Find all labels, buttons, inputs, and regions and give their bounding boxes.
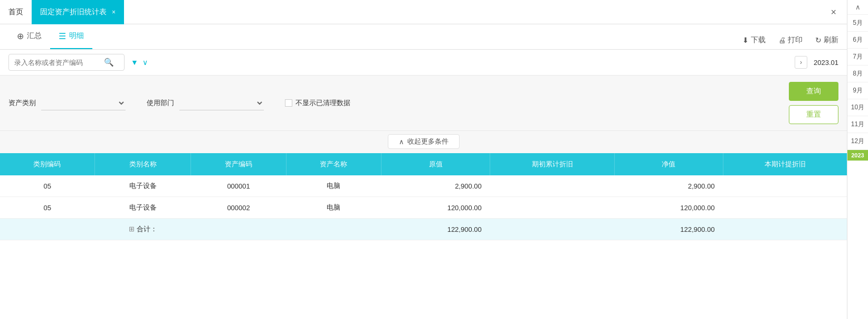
sidebar-month-11[interactable]: 11月 <box>847 116 868 133</box>
table-cell: 120,000.00 <box>381 197 490 219</box>
table-cell <box>723 197 847 219</box>
main-tab-label: 固定资产折旧统计表 <box>40 7 107 17</box>
col-beginning-depreciation: 期初累计折旧 <box>490 153 615 175</box>
download-icon: ⬇ <box>742 36 749 44</box>
table-cell <box>723 175 847 197</box>
home-tab[interactable]: 首页 <box>8 7 32 17</box>
download-button[interactable]: ⬇ 下载 <box>742 35 766 45</box>
search-bar: 🔍 ▼ ∨ › 2023.01 <box>0 50 847 76</box>
window-close-button[interactable]: × <box>820 0 847 24</box>
table-cell: 电脑 <box>286 175 381 197</box>
refresh-button[interactable]: ↻ 刷新 <box>815 35 838 45</box>
date-range-label: 2023.01 <box>814 59 838 67</box>
data-table-wrap: 类别编码 类别名称 资产编码 资产名称 原值 期初累计折旧 净值 本期计提折旧 … <box>0 153 847 319</box>
table-row: 05电子设备000002电脑120,000.00120,000.00 <box>0 197 847 219</box>
col-asset-code: 资产编码 <box>191 153 286 175</box>
total-row: ⊞合计：122,900.00122,900.00 <box>0 219 847 240</box>
search-input-wrap: 🔍 <box>8 54 125 71</box>
sidebar-month-7[interactable]: 7月 <box>847 49 868 65</box>
col-original-value: 原值 <box>381 153 490 175</box>
table-cell: 电子设备 <box>94 175 191 197</box>
col-category-code: 类别编码 <box>0 153 94 175</box>
table-body: 05电子设备000001电脑2,900.002,900.0005电子设备0000… <box>0 175 847 240</box>
table-cell: 05 <box>0 197 94 219</box>
table-cell: 000001 <box>191 175 286 197</box>
table-cell: 05 <box>0 175 94 197</box>
main-tab[interactable]: 固定资产折旧统计表 × <box>32 0 124 24</box>
search-input[interactable] <box>14 59 104 67</box>
collapse-right-button[interactable]: › <box>795 56 807 69</box>
sidebar-month-9[interactable]: 9月 <box>847 82 868 99</box>
total-cell <box>0 219 94 240</box>
query-button[interactable]: 查询 <box>789 82 838 101</box>
collapse-more-section: ∧ 收起更多条件 <box>0 131 847 153</box>
tab-actions: ⬇ 下载 🖨 打印 ↻ 刷新 <box>742 35 838 49</box>
tab-summary-label: 汇总 <box>27 31 42 41</box>
sidebar-month-5[interactable]: 5月 <box>847 15 868 32</box>
asset-category-select[interactable] <box>41 96 126 110</box>
download-label: 下载 <box>751 35 766 45</box>
summary-icon: ⊕ <box>17 31 24 41</box>
table-header-row: 类别编码 类别名称 资产编码 资产名称 原值 期初累计折旧 净值 本期计提折旧 <box>0 153 847 175</box>
table-cell: 电脑 <box>286 197 381 219</box>
table-row: 05电子设备000001电脑2,900.002,900.00 <box>0 175 847 197</box>
total-cell: ⊞合计： <box>94 219 191 240</box>
table-cell: 000002 <box>191 197 286 219</box>
top-nav: 首页 固定资产折旧统计表 × × <box>0 0 847 24</box>
asset-category-label: 资产类别 <box>8 98 36 108</box>
total-cell <box>723 219 847 240</box>
table-cell: 2,900.00 <box>614 175 723 197</box>
print-icon: 🖨 <box>778 36 786 44</box>
tab-summary[interactable]: ⊕ 汇总 <box>8 24 50 49</box>
sidebar-month-12[interactable]: 12月 <box>847 133 868 150</box>
col-asset-name: 资产名称 <box>286 153 381 175</box>
detail-icon: ☰ <box>59 31 66 41</box>
refresh-label: 刷新 <box>824 35 838 45</box>
tab-detail[interactable]: ☰ 明细 <box>50 24 92 49</box>
chevron-down-icon: ∨ <box>142 58 148 67</box>
print-label: 打印 <box>788 35 803 45</box>
total-cell <box>286 219 381 240</box>
reset-button[interactable]: 重置 <box>789 105 838 124</box>
sidebar-arrow-up[interactable]: ∧ <box>847 0 868 15</box>
sidebar-month-6[interactable]: 6月 <box>847 32 868 49</box>
table-cell <box>490 175 615 197</box>
right-sidebar: ∧ 5月 6月 7月 8月 9月 10月 11月 12月 2023 <box>847 0 868 319</box>
no-cleared-checkbox[interactable] <box>285 99 292 107</box>
data-table: 类别编码 类别名称 资产编码 资产名称 原值 期初累计折旧 净值 本期计提折旧 … <box>0 153 847 240</box>
refresh-icon: ↻ <box>815 36 822 44</box>
print-button[interactable]: 🖨 打印 <box>778 35 803 45</box>
table-cell: 120,000.00 <box>614 197 723 219</box>
department-label: 使用部门 <box>147 98 174 108</box>
col-current-depreciation: 本期计提折旧 <box>723 153 847 175</box>
col-category-name: 类别名称 <box>94 153 191 175</box>
total-cell <box>490 219 615 240</box>
total-cell: 122,900.00 <box>614 219 723 240</box>
col-net-value: 净值 <box>614 153 723 175</box>
collapse-more-button[interactable]: ∧ 收起更多条件 <box>388 134 460 149</box>
asset-category-group: 资产类别 <box>8 96 126 110</box>
no-cleared-group: 不显示已清理数据 <box>285 98 350 108</box>
filter-row: 资产类别 使用部门 不显示已清理数据 查询 重置 <box>0 76 847 131</box>
tab-bar: ⊕ 汇总 ☰ 明细 ⬇ 下载 🖨 打印 ↻ 刷新 <box>0 24 847 50</box>
search-icon[interactable]: 🔍 <box>104 58 114 67</box>
collapse-icon: ∧ <box>399 138 404 146</box>
filter-actions: 查询 重置 <box>789 82 838 124</box>
department-select[interactable] <box>179 96 264 110</box>
table-cell <box>490 197 615 219</box>
sidebar-year-badge[interactable]: 2023 <box>847 150 868 161</box>
filter-icon: ▼ <box>131 58 138 67</box>
department-group: 使用部门 <box>147 96 264 110</box>
collapse-more-label: 收起更多条件 <box>407 137 449 146</box>
total-cell: 122,900.00 <box>381 219 490 240</box>
total-cell <box>191 219 286 240</box>
sidebar-month-10[interactable]: 10月 <box>847 99 868 116</box>
table-cell: 电子设备 <box>94 197 191 219</box>
more-conditions-button[interactable]: ▼ ∨ <box>131 58 148 67</box>
sidebar-month-8[interactable]: 8月 <box>847 65 868 82</box>
tab-detail-label: 明细 <box>69 31 84 41</box>
table-cell: 2,900.00 <box>381 175 490 197</box>
no-cleared-label: 不显示已清理数据 <box>295 98 350 108</box>
close-tab-icon[interactable]: × <box>112 8 116 16</box>
